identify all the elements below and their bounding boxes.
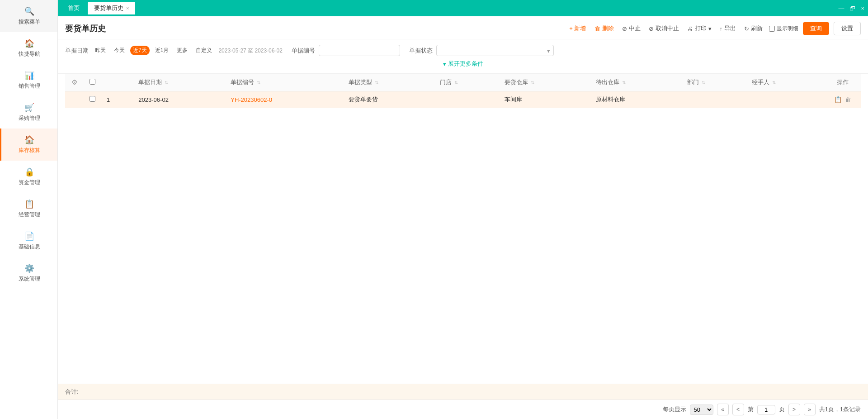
cancel-stop-button[interactable]: ⊘ 取消中止 xyxy=(647,24,681,33)
window-restore-btn[interactable]: 🗗 xyxy=(849,5,855,12)
order-no-input[interactable] xyxy=(319,45,400,56)
new-button[interactable]: + 新增 xyxy=(567,24,588,33)
display-detail-toggle[interactable]: 显示明细 xyxy=(769,25,798,33)
tab-active-label: 要货单历史 xyxy=(94,4,123,12)
sidebar-label-ops-mgmt: 经营管理 xyxy=(19,211,40,219)
pending-warehouse-sort-icon: ⇅ xyxy=(622,80,626,85)
tab-home-label: 首页 xyxy=(68,4,80,12)
date-shortcut-yesterday[interactable]: 昨天 xyxy=(92,46,108,55)
col-req-warehouse-header[interactable]: 要货仓库 ⇅ xyxy=(499,74,590,91)
tab-active[interactable]: 要货单历史 × xyxy=(88,2,135,14)
sidebar-item-search-menu[interactable]: 🔍 搜索菜单 xyxy=(0,0,57,32)
sidebar-label-quick-nav: 快捷导航 xyxy=(19,50,40,58)
status-input[interactable] xyxy=(436,45,554,56)
date-shortcut-custom[interactable]: 自定义 xyxy=(193,46,215,55)
stop-button[interactable]: ⊘ 中止 xyxy=(620,24,642,33)
display-detail-checkbox[interactable] xyxy=(769,26,775,32)
date-shortcuts: 昨天 今天 近7天 近1月 更多 自定义 xyxy=(92,46,215,55)
sidebar-item-sales-mgmt[interactable]: 📊 销售管理 xyxy=(0,64,57,96)
prev-page-btn[interactable]: < xyxy=(732,404,744,415)
query-button[interactable]: 查询 xyxy=(803,22,829,35)
row-no-link[interactable]: YH-20230602-0 xyxy=(231,96,272,103)
print-icon: 🖨 xyxy=(687,25,693,32)
col-store-header[interactable]: 门店 ⇅ xyxy=(434,74,499,91)
toolbar: + 新增 🗑 删除 ⊘ 中止 ⊘ 取消中止 🖨 打印 ▾ xyxy=(567,22,861,35)
page-number-input[interactable] xyxy=(757,405,775,414)
sidebar-label-sys-mgmt: 系统管理 xyxy=(19,275,40,283)
expand-more-btn[interactable]: ▾ 展开更多条件 xyxy=(65,60,861,68)
col-dept-header[interactable]: 部门 ⇅ xyxy=(682,74,746,91)
sidebar-label-inventory: 库存核算 xyxy=(19,147,40,154)
inventory-icon: 🏠 xyxy=(24,135,34,145)
row-no-cell[interactable]: YH-20230602-0 xyxy=(225,91,343,108)
tab-home[interactable]: 首页 xyxy=(61,2,86,14)
col-type-header[interactable]: 单据类型 ⇅ xyxy=(343,74,434,91)
table-area: ⚙ 单据日期 ⇅ 单据编号 ⇅ xyxy=(58,74,868,384)
delete-icon: 🗑 xyxy=(594,25,600,32)
clipboard-icon: 📋 xyxy=(24,199,34,209)
col-settings[interactable]: ⚙ xyxy=(65,74,83,91)
col-handler-header[interactable]: 经手人 ⇅ xyxy=(746,74,825,91)
window-close-btn[interactable]: × xyxy=(861,5,864,12)
sidebar-item-quick-nav[interactable]: 🏠 快捷导航 xyxy=(0,32,57,64)
col-ops-header: 操作 xyxy=(825,74,861,91)
sidebar-item-inventory[interactable]: 🏠 库存核算 xyxy=(0,129,57,161)
row-edit-icon[interactable]: 📋 xyxy=(834,96,842,103)
next-page-btn[interactable]: > xyxy=(788,404,800,415)
date-shortcut-today[interactable]: 今天 xyxy=(111,46,127,55)
sidebar-item-finance-mgmt[interactable]: 🔒 资金管理 xyxy=(0,161,57,193)
date-shortcut-more[interactable]: 更多 xyxy=(174,46,190,55)
delete-button[interactable]: 🗑 删除 xyxy=(593,24,616,33)
tab-bar-right: — 🗗 × xyxy=(838,5,864,12)
sidebar-item-basic-info[interactable]: 📄 基础信息 xyxy=(0,225,57,257)
table-settings-icon[interactable]: ⚙ xyxy=(71,78,77,86)
print-button[interactable]: 🖨 打印 ▾ xyxy=(685,24,713,33)
row-delete-icon[interactable]: 🗑 xyxy=(845,96,851,103)
filter-row-1: 单据日期 昨天 今天 近7天 近1月 更多 自定义 2023-05-27 至 2… xyxy=(65,45,861,56)
sidebar-item-sys-mgmt[interactable]: ⚙️ 系统管理 xyxy=(0,257,57,289)
row-settings-cell xyxy=(65,91,83,108)
table-row: 1 2023-06-02 YH-20230602-0 要货单要货 车间库 原材料… xyxy=(65,91,861,108)
export-button[interactable]: ↑ 导出 xyxy=(718,24,738,33)
cart-icon: 🛒 xyxy=(24,103,34,113)
main-area: 首页 要货单历史 × — 🗗 × 要货单历史 + 新增 🗑 删除 xyxy=(58,0,868,419)
per-page-select[interactable]: 20 50 100 xyxy=(690,405,713,415)
row-ops-cell: 📋 🗑 xyxy=(825,91,861,108)
row-store-cell xyxy=(434,91,499,108)
table-header-row: ⚙ 单据日期 ⇅ 单据编号 ⇅ xyxy=(65,74,861,91)
date-range-display: 2023-05-27 至 2023-06-02 xyxy=(218,47,282,55)
row-checkbox-cell[interactable] xyxy=(83,91,101,108)
row-checkbox[interactable] xyxy=(90,96,95,102)
date-filter-label: 单据日期 xyxy=(65,47,89,55)
page-header: 要货单历史 + 新增 🗑 删除 ⊘ 中止 ⊘ 取消中止 🖨 xyxy=(58,16,868,39)
first-page-btn[interactable]: « xyxy=(717,404,729,415)
new-button-label: + 新增 xyxy=(569,24,586,33)
col-date-header[interactable]: 单据日期 ⇅ xyxy=(133,74,225,91)
type-sort-icon: ⇅ xyxy=(375,80,378,85)
settings-button[interactable]: 设置 xyxy=(834,22,861,35)
total-info: 共1页，1条记录 xyxy=(819,405,861,414)
export-button-label: 导出 xyxy=(724,24,736,33)
print-dropdown-icon: ▾ xyxy=(708,25,712,32)
window-minimize-btn[interactable]: — xyxy=(838,5,844,12)
col-pending-warehouse-header[interactable]: 待出仓库 ⇅ xyxy=(590,74,682,91)
sidebar-item-purchase-mgmt[interactable]: 🛒 采购管理 xyxy=(0,96,57,129)
sidebar-item-ops-mgmt[interactable]: 📋 经营管理 xyxy=(0,193,57,225)
date-shortcut-7days[interactable]: 近7天 xyxy=(130,46,150,55)
tab-close-icon[interactable]: × xyxy=(126,5,129,11)
row-index-cell: 1 xyxy=(101,91,133,108)
sidebar-label-purchase-mgmt: 采购管理 xyxy=(19,114,40,122)
print-button-label: 打印 xyxy=(695,24,707,33)
last-page-btn[interactable]: » xyxy=(804,404,816,415)
date-shortcut-1month[interactable]: 近1月 xyxy=(152,46,172,55)
col-checkbox[interactable] xyxy=(83,74,101,91)
sidebar-label-finance-mgmt: 资金管理 xyxy=(19,179,40,186)
row-handler-cell xyxy=(746,91,825,108)
stop-icon: ⊘ xyxy=(622,25,627,32)
pagination-bar: 每页显示 20 50 100 « < 第 页 > » 共1页，1条记录 xyxy=(58,400,868,419)
col-no-header[interactable]: 单据编号 ⇅ xyxy=(225,74,343,91)
data-table: ⚙ 单据日期 ⇅ 单据编号 ⇅ xyxy=(65,74,861,108)
select-all-checkbox[interactable] xyxy=(90,79,95,85)
refresh-button[interactable]: ↻ 刷新 xyxy=(742,24,764,33)
no-sort-icon: ⇅ xyxy=(257,80,260,85)
